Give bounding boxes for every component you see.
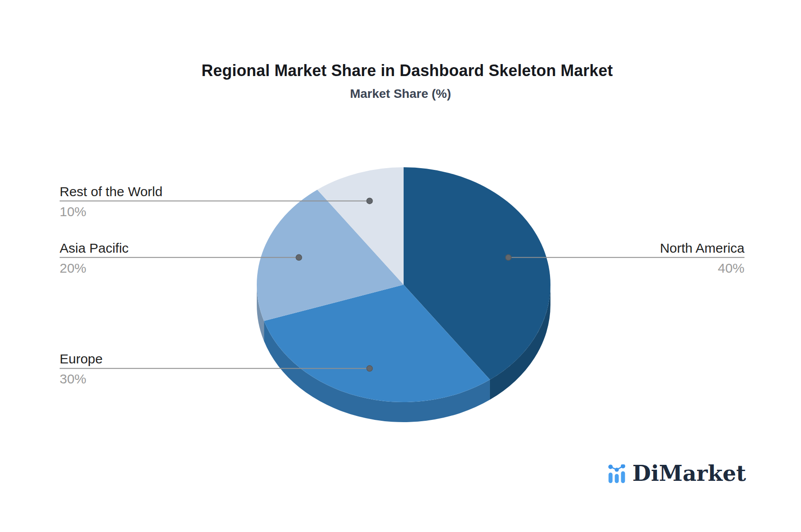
label-dot-asia-pacific [296, 254, 302, 260]
logo-dot [608, 465, 613, 469]
slice-value-label: 10% [60, 204, 86, 219]
logo-dot [621, 464, 625, 468]
label-dot-rest-of-the-world [367, 198, 372, 204]
logo-bar-right [621, 472, 625, 484]
slice-name-label: North America [660, 241, 744, 255]
pie-chart: North America40%Europe30%Asia Pacific20%… [0, 0, 801, 532]
slice-name-label: Asia Pacific [60, 241, 129, 255]
brand-logo: DiMarket [608, 463, 746, 484]
label-dot-north-america [506, 254, 511, 260]
label-dot-europe [367, 366, 372, 371]
slice-name-label: Europe [60, 351, 103, 366]
bar-line-chart-icon [608, 464, 626, 483]
logo-bar-left [609, 473, 613, 484]
slice-value-label: 40% [718, 261, 744, 275]
logo-bar-middle [615, 474, 619, 484]
slice-value-label: 20% [60, 261, 86, 275]
logo-dot [615, 468, 619, 472]
slice-name-label: Rest of the World [60, 184, 162, 199]
chart-page: Regional Market Share in Dashboard Skele… [0, 0, 801, 532]
slice-value-label: 30% [60, 371, 86, 386]
pie-slices [257, 167, 550, 402]
logo-text: DiMarket [632, 463, 746, 484]
